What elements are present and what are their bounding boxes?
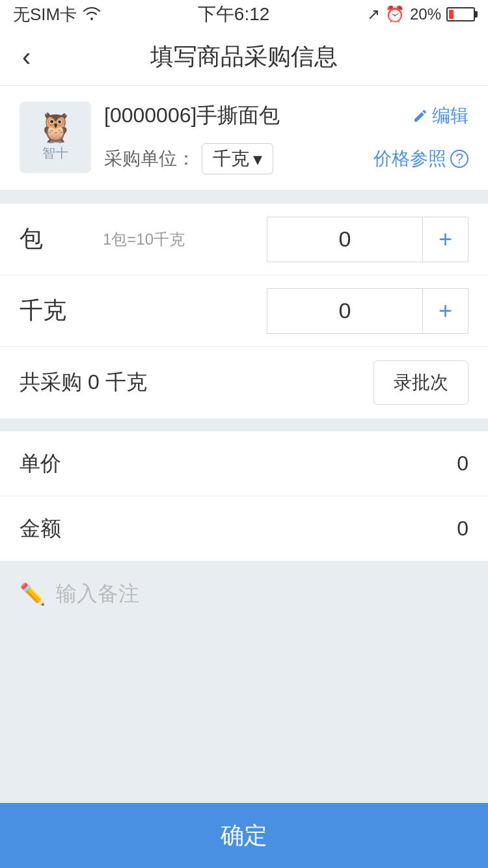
kg-input-area: 0 +: [98, 288, 468, 334]
batch-button[interactable]: 录批次: [373, 360, 468, 405]
form-section: 包 1包=10千克 0 + 千克 0 +: [0, 204, 488, 347]
product-card: 🦉 智十 [0000006]手撕面包 编辑 采购单位： 千克: [0, 86, 488, 191]
product-image: 🦉 智十: [20, 102, 91, 173]
chevron-down-icon: ▾: [253, 148, 262, 170]
package-sub: 1包=10千克: [103, 229, 185, 250]
note-placeholder: 输入备注: [56, 580, 139, 608]
note-section[interactable]: ✏️ 输入备注: [0, 562, 488, 627]
page-title: 填写商品采购信息: [150, 41, 338, 73]
location-icon: ↗: [367, 5, 380, 23]
product-info: [0000006]手撕面包 编辑 采购单位： 千克 ▾ 价格: [104, 102, 468, 174]
kg-plus-button[interactable]: +: [423, 288, 468, 334]
package-value: 0: [339, 226, 351, 252]
product-logo-icon: 🦉: [38, 113, 74, 142]
plus-icon: +: [439, 226, 452, 253]
status-left: 无SIM卡: [13, 3, 100, 26]
nav-bar: ‹ 填写商品采购信息: [0, 29, 488, 86]
price-ref-button[interactable]: 价格参照 ?: [373, 146, 468, 171]
kg-value: 0: [339, 298, 351, 323]
battery-percent: 20%: [410, 5, 441, 23]
confirm-button[interactable]: 确定: [0, 803, 488, 868]
wifi-icon: [83, 5, 100, 25]
kg-label: 千克: [20, 295, 98, 327]
edit-label: 编辑: [432, 103, 468, 128]
unit-price-label: 单价: [20, 450, 61, 478]
status-right: ↗ ⏰ 20%: [367, 5, 475, 23]
battery-icon: [446, 7, 475, 21]
brand-text: 智十: [42, 144, 68, 162]
kg-input[interactable]: 0: [267, 288, 423, 334]
unit-price-value: 0: [457, 452, 468, 476]
unit-select[interactable]: 千克 ▾: [202, 143, 273, 174]
back-button[interactable]: ‹: [16, 36, 37, 78]
confirm-label: 确定: [221, 820, 267, 852]
unit-value: 千克: [213, 146, 249, 171]
price-ref-label: 价格参照: [373, 146, 446, 171]
unit-price-row: 单价 0: [0, 431, 488, 496]
status-time: 下午6:12: [198, 2, 270, 27]
package-label: 包: [20, 223, 98, 255]
help-icon: ?: [450, 150, 468, 168]
section-divider-2: [0, 418, 488, 431]
total-row: 共采购 0 千克 录批次: [0, 347, 488, 418]
amount-value: 0: [457, 517, 468, 541]
status-bar: 无SIM卡 下午6:12 ↗ ⏰ 20%: [0, 0, 488, 29]
edit-button[interactable]: 编辑: [413, 103, 468, 128]
total-text: 共采购 0 千克: [20, 368, 147, 397]
package-input[interactable]: 0: [267, 217, 423, 262]
package-row: 包 1包=10千克 0 +: [0, 204, 488, 275]
amount-row: 金额 0: [0, 496, 488, 562]
unit-label: 采购单位：: [104, 146, 195, 171]
alarm-icon: ⏰: [385, 5, 405, 23]
package-input-area: 0 +: [185, 217, 468, 262]
package-plus-button[interactable]: +: [423, 217, 468, 262]
kg-row: 千克 0 +: [0, 275, 488, 347]
kg-plus-icon: +: [439, 297, 452, 325]
price-section: 单价 0 金额 0: [0, 431, 488, 562]
pencil-icon: ✏️: [20, 582, 46, 606]
amount-label: 金额: [20, 515, 61, 543]
unit-row: 采购单位： 千克 ▾: [104, 143, 273, 174]
product-name: [0000006]手撕面包: [104, 102, 280, 130]
section-divider-1: [0, 191, 488, 204]
carrier-text: 无SIM卡: [13, 3, 77, 26]
batch-btn-label: 录批次: [394, 372, 448, 392]
